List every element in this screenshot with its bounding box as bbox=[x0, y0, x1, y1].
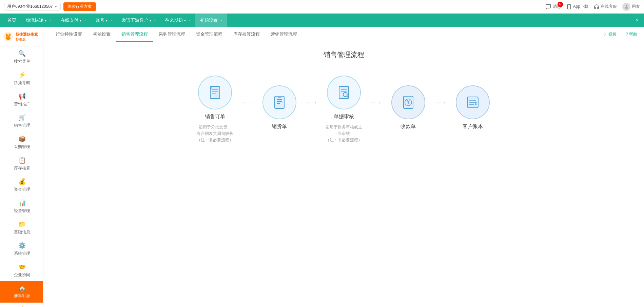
flow-diagram: 销售订单 适用于分批发货、有合同发货周期较长（注：非必要流程） - - → bbox=[57, 76, 630, 144]
sidebar-item-search-label: 搜索菜单 bbox=[14, 59, 30, 64]
video-label: 视频 bbox=[608, 32, 617, 37]
top-bar-left: 用户690企业1660120507 ▼ 体验行业方案 bbox=[4, 2, 96, 11]
doc-review-icon bbox=[336, 84, 352, 101]
top-bar-right: 消息 6 App下载 在线客服 用友 bbox=[545, 3, 640, 11]
nav-tab-home[interactable]: 首页 bbox=[3, 14, 21, 27]
nav-tab-invite-label: 邀请下游客户 bbox=[122, 17, 148, 23]
quicknav-icon: ⚡ bbox=[18, 71, 26, 79]
operations-icon: 📊 bbox=[18, 199, 26, 207]
top-bar: 用户690企业1660120507 ▼ 体验行业方案 消息 6 App下载 在线… bbox=[0, 0, 644, 14]
sub-tab-init[interactable]: 初始设置 bbox=[87, 27, 116, 42]
nav-tab-init-label: 初始设置 bbox=[200, 17, 218, 23]
sidebar-item-marketing[interactable]: 📢 营销推广 bbox=[0, 89, 43, 110]
sub-tabs-bar: 行业特性设置 初始设置 销售管理流程 采购管理流程 资金管理流程 库存核算流程 bbox=[43, 27, 644, 42]
flow-circle-receipt[interactable]: ¥ bbox=[391, 85, 425, 119]
sub-tab-marketing-flow[interactable]: 营销管理流程 bbox=[265, 27, 303, 42]
sidebar-item-quicknav-label: 快捷导航 bbox=[14, 80, 30, 86]
nav-tab-logistics-label: 物流快递 bbox=[26, 17, 43, 23]
flow-desc-sales-order: 适用于分批发货、有合同发货周期较长（注：非必要流程） bbox=[197, 124, 233, 144]
online-service-item[interactable]: 在线客服 bbox=[594, 4, 617, 9]
sub-tab-init-label: 初始设置 bbox=[93, 31, 111, 37]
help-icon: ? bbox=[626, 32, 628, 37]
nav-tab-invite-close[interactable]: × bbox=[154, 19, 156, 22]
flow-desc-doc-review: 适用于财务审核或主管审核（注：非必要流程） bbox=[326, 124, 362, 144]
divider: | bbox=[621, 32, 622, 37]
sub-tab-industry[interactable]: 行业特性设置 bbox=[50, 27, 87, 42]
sub-tab-finance-flow[interactable]: 资金管理流程 bbox=[191, 27, 228, 42]
nav-tabs-close-all[interactable]: × bbox=[633, 14, 641, 27]
nav-tab-logistics-close[interactable]: × bbox=[49, 19, 51, 22]
avatar bbox=[622, 3, 630, 11]
nav-tab-init-close[interactable]: × bbox=[220, 19, 222, 22]
sidebar-item-inventory-label: 库存核算 bbox=[14, 165, 30, 171]
user-selector[interactable]: 用户690企业1660120507 ▼ bbox=[4, 3, 61, 11]
page-title: 销售管理流程 bbox=[57, 50, 630, 59]
marketing-icon: 📢 bbox=[18, 93, 26, 100]
user-icon bbox=[624, 4, 629, 9]
page-content: 销售管理流程 销售订单 适用于分批发货、有合同 bbox=[43, 42, 644, 307]
collab-icon: 🤝 bbox=[18, 263, 26, 271]
sub-tab-inventory-flow-label: 库存核算流程 bbox=[233, 31, 260, 37]
nav-tabs-bar: 首页 物流快递 ▾ × 在线支付 ▾ × 账号 ▾ × 邀请下游客户 ▾ × 往… bbox=[0, 14, 644, 27]
help-link[interactable]: ? 帮助 bbox=[626, 32, 637, 37]
sidebar-item-quicknav[interactable]: ⚡ 快捷导航 bbox=[0, 68, 43, 89]
sidebar-item-system-label: 系统管理 bbox=[14, 251, 30, 257]
sidebar-item-purchase-label: 采购管理 bbox=[14, 144, 30, 150]
sidebar-item-system[interactable]: ⚙️ 系统管理 bbox=[0, 239, 43, 260]
sales-invoice-icon bbox=[271, 94, 288, 110]
brand-line2: 标准版 bbox=[16, 37, 38, 42]
nav-tab-account-label: 账号 bbox=[96, 17, 104, 23]
receipt-icon: ¥ bbox=[400, 94, 416, 110]
nav-tab-account[interactable]: 账号 ▾ × bbox=[91, 14, 117, 27]
nav-tab-period-label: 往来期初 bbox=[165, 17, 183, 23]
flow-label-sales-order: 销售订单 bbox=[205, 114, 225, 120]
nav-tab-payment[interactable]: 在线支付 ▾ × bbox=[56, 14, 91, 27]
svg-rect-20 bbox=[278, 97, 281, 98]
flow-circle-doc-review[interactable] bbox=[327, 76, 361, 109]
basic-icon: 📁 bbox=[18, 221, 26, 228]
sub-tab-sales-flow-label: 销售管理流程 bbox=[121, 31, 148, 37]
sidebar-item-search[interactable]: 🔍 搜索菜单 bbox=[0, 46, 43, 68]
user-avatar-item[interactable]: 用友 bbox=[622, 3, 640, 11]
flow-circle-sales-order[interactable] bbox=[198, 76, 232, 109]
message-icon-item[interactable]: 消息 6 bbox=[545, 4, 561, 10]
sidebar-item-purchase[interactable]: 📦 采购管理 bbox=[0, 132, 43, 153]
nav-tab-payment-close[interactable]: × bbox=[84, 19, 86, 22]
flow-circle-sales-invoice[interactable] bbox=[262, 85, 296, 119]
sidebar-item-inventory[interactable]: 📋 库存核算 bbox=[0, 153, 43, 175]
nav-tab-period[interactable]: 往来期初 ▾ × bbox=[160, 14, 195, 27]
sidebar-item-basic[interactable]: 📁 基础信息 bbox=[0, 217, 43, 239]
sub-tab-inventory-flow[interactable]: 库存核算流程 bbox=[228, 27, 265, 42]
svg-text:¥: ¥ bbox=[407, 99, 410, 105]
trial-button[interactable]: 体验行业方案 bbox=[63, 2, 96, 11]
sidebar-item-appstore[interactable]: 🔔 应用中心 bbox=[0, 303, 43, 307]
sub-tab-purchase-flow[interactable]: 采购管理流程 bbox=[153, 27, 191, 42]
video-icon: ▷ bbox=[603, 32, 607, 37]
brand-logo-icon bbox=[3, 31, 14, 42]
nav-tab-account-close[interactable]: × bbox=[110, 19, 112, 22]
sidebar-item-sales[interactable]: 🛒 销售管理 bbox=[0, 110, 43, 132]
nav-tab-period-close[interactable]: × bbox=[189, 19, 191, 22]
sidebar-item-collab[interactable]: 🤝 企业协同 bbox=[0, 260, 43, 281]
sub-tabs-right: ▷ 视频 | ? 帮助 bbox=[603, 32, 638, 37]
video-link[interactable]: ▷ 视频 bbox=[603, 32, 617, 37]
nav-tab-init[interactable]: 初始设置 × bbox=[195, 14, 227, 27]
online-service-label: 在线客服 bbox=[601, 4, 617, 9]
app-download-item[interactable]: App下载 bbox=[566, 4, 588, 9]
user-label: 用友 bbox=[632, 4, 640, 9]
nav-tab-invite[interactable]: 邀请下游客户 ▾ × bbox=[117, 14, 161, 27]
sidebar-item-finance[interactable]: 💰 资金管理 bbox=[0, 175, 43, 196]
sub-tab-finance-flow-label: 资金管理流程 bbox=[196, 31, 222, 37]
flow-label-doc-review: 单据审核 bbox=[334, 114, 354, 120]
app-download-icon bbox=[566, 4, 572, 9]
sales-order-icon bbox=[207, 84, 223, 101]
sidebar-item-guide[interactable]: 🏠 新手引导 bbox=[0, 281, 43, 303]
search-icon: 🔍 bbox=[18, 50, 26, 57]
nav-tab-logistics[interactable]: 物流快递 ▾ × bbox=[21, 14, 56, 27]
flow-circle-customer-account[interactable]: ¥ bbox=[456, 85, 490, 119]
user-selector-text: 用户690企业1660120507 bbox=[7, 4, 53, 9]
sub-tab-purchase-flow-label: 采购管理流程 bbox=[159, 31, 185, 37]
svg-rect-0 bbox=[567, 4, 570, 9]
sub-tab-sales-flow[interactable]: 销售管理流程 bbox=[116, 27, 153, 42]
sidebar-item-operations[interactable]: 📊 经营管理 bbox=[0, 196, 43, 217]
